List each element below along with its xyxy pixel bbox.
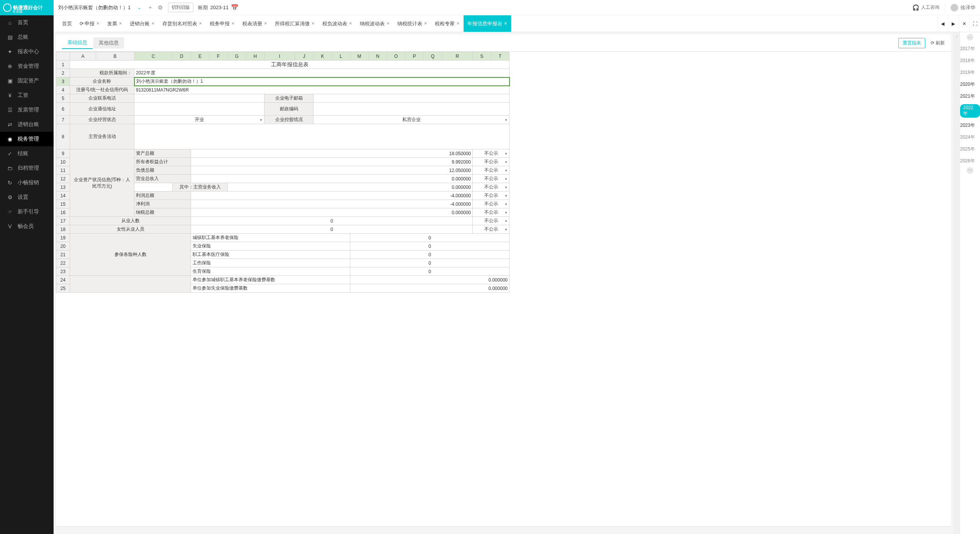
close-icon[interactable]: ✕ [311,21,315,26]
insurance-value[interactable]: 0 [350,234,510,242]
sidebar-item-ledger[interactable]: ▤总账 [0,30,54,44]
row-header[interactable]: 8 [56,124,70,149]
row-header[interactable]: 16 [56,208,70,217]
col-header[interactable]: O [387,52,405,61]
financial-value[interactable]: 0.000000 [228,183,473,192]
tab-8[interactable]: 税负波动表✕ [318,15,356,32]
financial-value[interactable]: 0.000000 [191,208,473,217]
tab-6[interactable]: 税表清册✕ [238,15,271,32]
subtab-other[interactable]: 其他信息 [93,37,124,49]
insurance-value[interactable]: 0 [350,267,510,276]
sidebar-item-invoice[interactable]: ☰发票管理 [0,103,54,117]
insurance-value[interactable]: 0 [350,251,510,259]
sidebar-item-home[interactable]: ⌂首页 [0,15,54,30]
col-header[interactable]: K [314,52,332,61]
row-header[interactable]: 14 [56,192,70,200]
row-header[interactable]: 7 [56,116,70,124]
tab-12[interactable]: 年报信息申报表✕ [464,15,511,32]
subtab-basic[interactable]: 基础信息 [62,37,93,49]
row-header[interactable]: 22 [56,259,70,267]
tab-2[interactable]: 发票✕ [103,15,126,32]
row-header[interactable]: 15 [56,200,70,208]
year-option[interactable]: 2019年 [960,67,980,79]
close-icon[interactable]: ✕ [119,21,122,26]
col-header[interactable]: P [405,52,424,61]
tab-9[interactable]: 纳税波动表✕ [356,15,394,32]
disclose-select[interactable]: 不公示 [473,183,510,192]
user-menu[interactable]: 徐泽华 [945,4,975,11]
add-icon[interactable]: ＋ [147,4,153,11]
employees-value[interactable]: 0 [191,217,473,225]
tab-0[interactable]: 首页 [58,15,76,32]
contrib-value[interactable]: 0.000000 [350,284,510,293]
headset-icon[interactable]: 🎧 [912,4,920,11]
year-option[interactable]: 2026年 [960,155,980,167]
year-option[interactable]: 2021年 [960,90,980,102]
row-header[interactable]: 9 [56,149,70,158]
close-icon[interactable]: ✕ [504,21,507,26]
col-header[interactable]: G [228,52,246,61]
close-icon[interactable]: ✕ [424,21,427,26]
disclose-select[interactable]: 不公示 [473,225,510,234]
close-icon[interactable]: ✕ [264,21,267,26]
row-header[interactable]: 13 [56,183,70,192]
sidebar-item-vip[interactable]: V畅会员 [0,219,54,234]
year-up-button[interactable]: ︿ [967,34,973,41]
refresh-button[interactable]: ⟳ 刷新 [931,40,945,46]
gear-icon[interactable]: ⚙ [158,4,163,11]
status-select[interactable]: 开业 [134,116,265,124]
sidebar-item-salary[interactable]: ¥工资 [0,88,54,103]
col-header[interactable]: H [246,52,265,61]
tab-7[interactable]: 所得税汇算清缴✕ [271,15,318,32]
tab-next-button[interactable]: ▶ [948,15,959,32]
close-icon[interactable]: ✕ [349,21,352,26]
spreadsheet[interactable]: ABCDEFGHIJKLMNOPQRST1工商年报信息表2税款所属期间：2022… [56,51,951,526]
row-header[interactable]: 12 [56,175,70,183]
tab-4[interactable]: 存货别名对照表✕ [158,15,206,32]
row-header[interactable]: 6 [56,103,70,116]
col-header[interactable]: A [70,52,96,61]
col-header[interactable]: C [134,52,173,61]
holding-select[interactable]: 私营企业 [314,116,510,124]
close-icon[interactable]: ✕ [151,21,155,26]
tab-1[interactable]: ⟳申报✕ [76,15,103,32]
mainbiz-value[interactable] [134,124,510,149]
year-option[interactable]: 2025年 [960,143,980,155]
col-header[interactable]: F [209,52,228,61]
sidebar-item-tax[interactable]: ◉税务管理 [0,132,54,146]
financial-value[interactable]: 12.050000 [191,166,473,175]
row-header[interactable]: 2 [56,69,70,77]
row-header[interactable]: 17 [56,217,70,225]
col-header[interactable]: R [442,52,473,61]
sidebar-item-fund[interactable]: ⊕资金管理 [0,59,54,74]
postcode-value[interactable] [314,103,510,116]
period-value[interactable]: 2023-11 [210,5,229,10]
horizontal-scrollbar[interactable] [56,526,951,532]
contrib-value[interactable]: 0.000000 [350,276,510,284]
financial-value[interactable]: 0.000000 [191,175,473,183]
sidebar-item-report[interactable]: ✦报表中心 [0,44,54,59]
sidebar-item-psi[interactable]: ⇄进销台账 [0,117,54,132]
sidebar-item-asset[interactable]: ▣固定资产 [0,74,54,88]
col-header[interactable]: Q [424,52,442,61]
row-header[interactable]: 3 [56,77,70,86]
col-header[interactable]: S [473,52,491,61]
col-header[interactable]: M [350,52,369,61]
tab-11[interactable]: 税检专家✕ [431,15,464,32]
disclose-select[interactable]: 不公示 [473,166,510,175]
col-header[interactable]: E [191,52,209,61]
sidebar-item-archive[interactable]: 🗀归档管理 [0,161,54,175]
disclose-select[interactable]: 不公示 [473,200,510,208]
phone-value[interactable] [134,94,265,103]
year-option[interactable]: 2023年 [960,120,980,131]
tab-10[interactable]: 纳税统计表✕ [394,15,431,32]
col-header[interactable]: B [96,52,134,61]
disclose-select[interactable]: 不公示 [473,158,510,166]
tab-3[interactable]: 进销台账✕ [126,15,158,32]
year-option[interactable]: 2018年 [960,55,980,67]
col-header[interactable]: I [265,52,295,61]
row-header[interactable]: 21 [56,251,70,259]
row-header[interactable]: 10 [56,158,70,166]
col-header[interactable]: D [173,52,191,61]
close-icon[interactable]: ✕ [456,21,460,26]
